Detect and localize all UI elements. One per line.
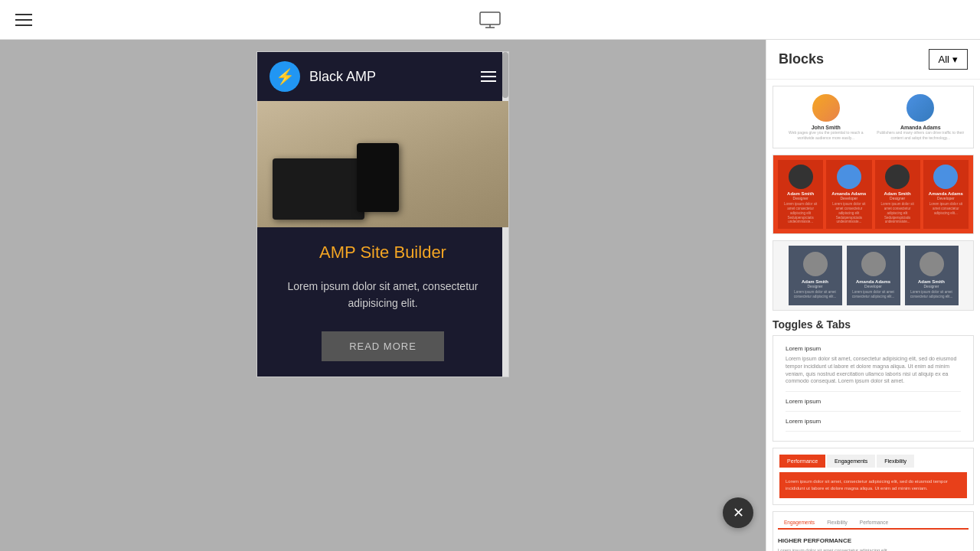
tabs-red2-inner: Engagements Flexibility Performance HIGH…	[773, 512, 973, 551]
tab2-btn-engagements[interactable]: Engagements	[778, 517, 821, 530]
logo-circle: ⚡	[270, 61, 300, 92]
red-avatar-4	[933, 165, 958, 189]
red-text-4: Lorem ipsum dolor sit amet consectetur a…	[926, 202, 965, 216]
preview-nav: ⚡ Black AMP	[257, 52, 508, 101]
dark-text-1: Lorem ipsum dolor sit amet consectetur a…	[792, 290, 839, 299]
close-overlay-button[interactable]: ✕	[723, 497, 753, 528]
dark-avatar-2	[861, 252, 886, 276]
avatar-1	[812, 94, 840, 122]
tabs-red2-block[interactable]: Engagements Flexibility Performance HIGH…	[773, 511, 974, 551]
dark-role-3: Designer	[923, 284, 939, 289]
scrollbar-thumb-top	[502, 52, 508, 98]
chevron-down-icon: ▾	[952, 54, 958, 65]
red-role-4: Developer	[937, 196, 955, 201]
tab-btn-performance[interactable]: Performance	[779, 455, 825, 468]
monitor-icon	[479, 11, 501, 28]
menu-line-1	[15, 14, 32, 15]
tab2-text: Lorem ipsum dolor sit amet consectetur a…	[778, 547, 969, 551]
toggle-item-2: Lorem ipsum	[786, 392, 961, 412]
member-text-2: Publishers and many others can drive tra…	[876, 130, 966, 140]
tab2-btn-performance[interactable]: Performance	[854, 517, 894, 528]
read-more-button[interactable]: READ MORE	[322, 331, 444, 361]
team-red-member-4: Amanda Adams Developer Lorem ipsum dolor…	[923, 160, 969, 229]
dark-role-2: Developer	[864, 284, 882, 289]
tabs-red-inner: Performance Engagements Flexibility Lore…	[773, 448, 973, 504]
dark-role-1: Designer	[807, 284, 822, 289]
member-text-1: Web pages give you the potential to reac…	[781, 130, 871, 140]
red-avatar-1	[789, 165, 813, 189]
tab-content-area: Lorem ipsum dolor sit amet, consectetur …	[779, 472, 967, 498]
red-text-1: Lorem ipsum dolor sit amet consectetur a…	[781, 202, 820, 224]
tab-btn-engagements[interactable]: Engagements	[827, 455, 875, 468]
red-text-3: Lorem ipsum dolor sit amet consectetur a…	[878, 202, 917, 224]
tablet-image	[273, 158, 364, 220]
topbar	[0, 0, 980, 40]
tab2-title: HIGHER PERFORMANCE	[778, 537, 969, 544]
team-member-2: Amanda Adams Publishers and many others …	[876, 94, 966, 140]
team-white-block[interactable]: John Smith Web pages give you the potent…	[773, 86, 974, 148]
team-red-member-2: Amanda Adams Developer Lorem ipsum dolor…	[826, 160, 871, 229]
preview-body: Lorem ipsum dolor sit amet, consectetur …	[273, 278, 493, 312]
main-area: ⚡ Black AMP AMP Site Builder Lor	[0, 40, 980, 551]
brand-name: Black AMP	[309, 69, 472, 85]
dark-text-2: Lorem ipsum dolor sit amet consectetur a…	[850, 290, 897, 299]
tab-buttons-row: Performance Engagements Flexibility	[779, 455, 967, 468]
toggles-tabs-section-label: Toggles & Tabs	[773, 318, 974, 331]
toggle-item-1: Lorem ipsum Lorem ipsum dolor sit amet, …	[786, 345, 961, 392]
team-dark-inner: Adam Smith Designer Lorem ipsum dolor si…	[773, 241, 973, 310]
red-avatar-3	[885, 165, 910, 189]
team-red-member-3: Adam Smith Designer Lorem ipsum dolor si…	[875, 160, 920, 229]
dark-avatar-1	[803, 252, 828, 276]
sidebar-header: Blocks All ▾	[766, 40, 980, 80]
red-role-3: Designer	[890, 196, 905, 201]
toggle-label-3: Lorem ipsum	[786, 418, 821, 425]
red-avatar-2	[837, 165, 861, 189]
all-filter-button[interactable]: All ▾	[929, 49, 968, 70]
team-red-member-1: Adam Smith Designer Lorem ipsum dolor si…	[778, 160, 823, 229]
preview-content: AMP Site Builder Lorem ipsum dolor sit a…	[257, 227, 508, 377]
svg-rect-0	[480, 12, 500, 24]
team-dark-block[interactable]: Adam Smith Designer Lorem ipsum dolor si…	[773, 240, 974, 311]
tab-buttons2-row: Engagements Flexibility Performance	[778, 517, 969, 530]
tab2-btn-flexibility[interactable]: Flexibility	[821, 517, 854, 528]
tabs-red-block[interactable]: Performance Engagements Flexibility Lore…	[773, 448, 974, 505]
tab2-content-area: HIGHER PERFORMANCE Lorem ipsum dolor sit…	[778, 533, 969, 551]
canvas-area: ⚡ Black AMP AMP Site Builder Lor	[0, 40, 766, 551]
sidebar-blocks-list[interactable]: John Smith Web pages give you the potent…	[766, 80, 980, 551]
preview-title: AMP Site Builder	[273, 243, 493, 262]
tab-btn-flexibility[interactable]: Flexibility	[877, 455, 914, 468]
preview-hero	[257, 101, 508, 227]
preview-hamburger[interactable]	[481, 71, 496, 82]
dark-text-3: Lorem ipsum dolor sit amet consectetur a…	[908, 290, 956, 299]
all-label: All	[939, 54, 949, 65]
tab-content-text: Lorem ipsum dolor sit amet, consectetur …	[786, 478, 961, 492]
close-icon: ✕	[733, 506, 744, 520]
hero-image	[257, 101, 508, 227]
team-red-inner: Adam Smith Designer Lorem ipsum dolor si…	[773, 155, 973, 233]
phone-image	[357, 143, 399, 212]
toggle-text-1: Lorem ipsum dolor sit amet, consectetur …	[786, 355, 961, 385]
red-role-2: Developer	[840, 196, 858, 201]
toggle-label-1: Lorem ipsum	[786, 345, 821, 352]
toggle-item-3: Lorem ipsum	[786, 412, 961, 432]
dark-avatar-3	[920, 252, 944, 276]
member-name-2: Amanda Adams	[900, 125, 941, 130]
menu-line-3	[15, 24, 32, 26]
sidebar-title: Blocks	[779, 51, 824, 67]
team-white-inner: John Smith Web pages give you the potent…	[773, 86, 973, 148]
red-role-1: Designer	[793, 196, 808, 201]
avatar-2	[906, 94, 934, 122]
toggle-white-inner: Lorem ipsum Lorem ipsum dolor sit amet, …	[773, 336, 973, 441]
team-red-block[interactable]: Adam Smith Designer Lorem ipsum dolor si…	[773, 155, 974, 234]
device-preview-toggle[interactable]	[479, 11, 501, 28]
team-dark-member-2: Amanda Adams Developer Lorem ipsum dolor…	[847, 246, 900, 305]
menu-line-2	[15, 19, 32, 21]
team-dark-member-1: Adam Smith Designer Lorem ipsum dolor si…	[789, 246, 842, 305]
team-dark-member-3: Adam Smith Designer Lorem ipsum dolor si…	[905, 246, 959, 305]
team-member-1: John Smith Web pages give you the potent…	[781, 94, 871, 140]
sidebar: Blocks All ▾ John Smith Web pages give y…	[766, 40, 980, 551]
menu-button[interactable]	[15, 14, 32, 26]
bolt-icon: ⚡	[276, 67, 295, 86]
red-text-2: Lorem ipsum dolor sit amet consectetur a…	[829, 202, 868, 224]
toggle-white-block[interactable]: Lorem ipsum Lorem ipsum dolor sit amet, …	[773, 335, 974, 442]
